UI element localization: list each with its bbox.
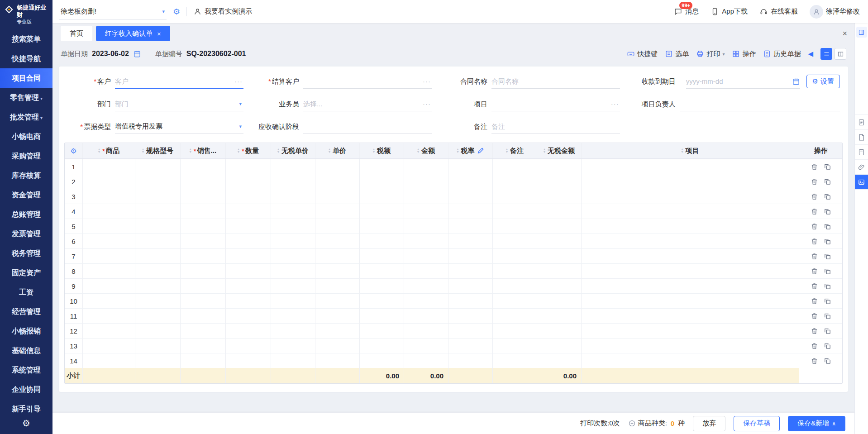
cell-product[interactable] (83, 159, 135, 174)
demo-link[interactable]: 我要看实例演示 (193, 7, 252, 16)
cell-qty[interactable] (226, 234, 271, 248)
cell-product[interactable] (83, 294, 135, 308)
row-number[interactable]: 2 (65, 174, 83, 189)
cell-project[interactable] (582, 309, 799, 323)
save-and-new-button[interactable]: 保存&新增∧ (788, 416, 845, 431)
cell-price[interactable] (315, 174, 360, 189)
row-number[interactable]: 3 (65, 189, 83, 204)
discard-button[interactable]: 放弃 (693, 416, 725, 431)
close-icon[interactable]: × (157, 30, 161, 38)
cell-amount_notax[interactable] (537, 309, 582, 323)
cell-sales[interactable] (181, 219, 226, 234)
cell-tax[interactable] (360, 324, 404, 338)
form-icon[interactable] (855, 115, 868, 130)
sort-icon[interactable]: ▴▾ (190, 148, 191, 153)
cell-tax_rate[interactable] (448, 309, 493, 323)
cell-price[interactable] (315, 189, 360, 204)
history-docs-button[interactable]: 历史单据 (763, 50, 801, 58)
cell-price[interactable] (315, 159, 360, 174)
cell-price[interactable] (315, 264, 360, 278)
cell-qty[interactable] (226, 339, 271, 353)
cell-spec[interactable] (135, 294, 181, 308)
cell-product[interactable] (83, 204, 135, 219)
sidebar-item[interactable]: 系统管理 (0, 360, 52, 380)
delete-row-icon[interactable] (811, 193, 818, 200)
cell-amount[interactable] (404, 309, 448, 323)
sort-icon[interactable]: ▴▾ (238, 148, 239, 153)
row-number[interactable]: 10 (65, 294, 83, 308)
cell-note[interactable] (493, 309, 537, 323)
cell-sales[interactable] (181, 279, 226, 293)
cell-project[interactable] (582, 189, 799, 204)
cell-price_notax[interactable] (271, 264, 315, 278)
sidebar-item[interactable]: 采购管理 (0, 146, 52, 166)
cell-sales[interactable] (181, 159, 226, 174)
cell-tax[interactable] (360, 339, 404, 353)
delete-row-icon[interactable] (811, 327, 818, 335)
user-menu[interactable]: 徐泽华修改 (810, 5, 860, 19)
column-header-note[interactable]: ▴▾备注 (493, 143, 537, 158)
cell-price[interactable] (315, 279, 360, 293)
cell-sales[interactable] (181, 249, 226, 263)
sidebar-item[interactable]: 发票管理 (0, 224, 52, 243)
batch-edit-icon[interactable] (477, 147, 484, 154)
cell-price_notax[interactable] (271, 353, 315, 368)
column-header-product[interactable]: ▴▾*商品 (83, 143, 135, 158)
cell-amount_notax[interactable] (537, 279, 582, 293)
cell-product[interactable] (83, 353, 135, 368)
sort-icon[interactable]: ▴▾ (329, 148, 330, 153)
cell-price[interactable] (315, 324, 360, 338)
copy-row-icon[interactable] (824, 163, 831, 171)
cell-tax_rate[interactable] (448, 324, 493, 338)
column-header-project[interactable]: ▴▾项目 (582, 143, 799, 158)
cell-note[interactable] (493, 264, 537, 278)
cell-amount_notax[interactable] (537, 249, 582, 263)
cell-sales[interactable] (181, 189, 226, 204)
calculator-icon[interactable] (855, 145, 868, 160)
column-header-sales[interactable]: ▴▾*销售... (181, 143, 226, 158)
cell-product[interactable] (83, 174, 135, 189)
due-date-input[interactable] (686, 77, 790, 85)
cell-sales[interactable] (181, 353, 226, 368)
cell-spec[interactable] (135, 204, 181, 219)
print-button[interactable]: 打印 ▾ (696, 50, 725, 58)
cell-spec[interactable] (135, 234, 181, 248)
cell-tax[interactable] (360, 219, 404, 234)
sidebar-item[interactable]: 搜索菜单 (0, 29, 52, 49)
cell-product[interactable] (83, 309, 135, 323)
cell-tax[interactable] (360, 234, 404, 248)
cell-price_notax[interactable] (271, 219, 315, 234)
sidebar-item[interactable]: 基础信息 (0, 341, 52, 360)
cell-amount_notax[interactable] (537, 159, 582, 174)
column-header-amount[interactable]: ▴▾金额 (404, 143, 448, 158)
row-number[interactable]: 13 (65, 339, 83, 353)
column-header-amount_notax[interactable]: ▴▾无税金额 (537, 143, 582, 158)
cell-amount_notax[interactable] (537, 204, 582, 219)
cell-amount[interactable] (404, 204, 448, 219)
cell-project[interactable] (582, 339, 799, 353)
cell-amount[interactable] (404, 219, 448, 234)
contract-input[interactable] (491, 77, 620, 85)
copy-row-icon[interactable] (824, 357, 831, 365)
cell-project[interactable] (582, 219, 799, 234)
cell-spec[interactable] (135, 339, 181, 353)
sidebar-item[interactable]: 库存核算 (0, 166, 52, 185)
cell-spec[interactable] (135, 189, 181, 204)
row-number[interactable]: 7 (65, 249, 83, 263)
delete-row-icon[interactable] (811, 163, 818, 171)
cell-price_notax[interactable] (271, 159, 315, 174)
delete-row-icon[interactable] (811, 208, 818, 215)
cell-sales[interactable] (181, 294, 226, 308)
cell-project[interactable] (582, 159, 799, 174)
cell-note[interactable] (493, 279, 537, 293)
cell-project[interactable] (582, 353, 799, 368)
sort-icon[interactable]: ▴▾ (506, 148, 508, 153)
cell-product[interactable] (83, 219, 135, 234)
cell-price_notax[interactable] (271, 204, 315, 219)
delete-row-icon[interactable] (811, 223, 818, 230)
account-selector[interactable]: 徐老板勿删! ▾ (59, 4, 167, 19)
copy-row-icon[interactable] (824, 297, 831, 305)
cell-qty[interactable] (226, 204, 271, 219)
cell-price[interactable] (315, 219, 360, 234)
cell-tax_rate[interactable] (448, 159, 493, 174)
